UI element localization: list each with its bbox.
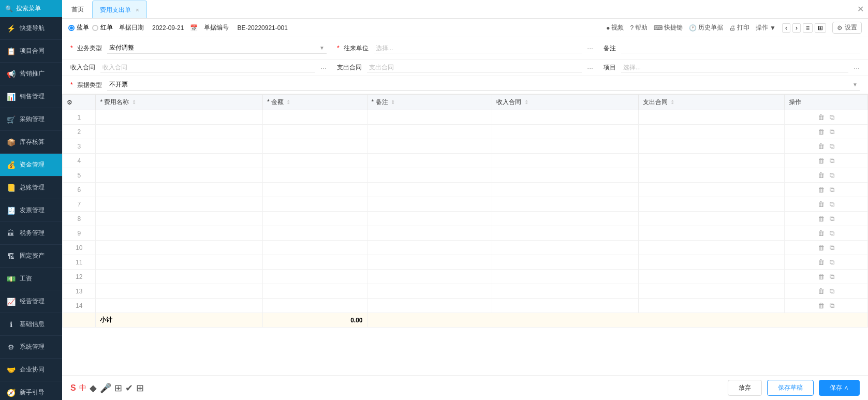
row-5-income[interactable]: [492, 168, 638, 183]
row-11-delete-btn[interactable]: 🗑: [818, 258, 825, 266]
sidebar-item-ops-mgmt[interactable]: 📈经营管理: [0, 290, 62, 313]
row-12-income[interactable]: [492, 270, 638, 284]
row-11-amount[interactable]: [262, 255, 367, 270]
row-8-name[interactable]: [96, 212, 262, 226]
row-14-amount[interactable]: [262, 299, 367, 313]
input-amount-13[interactable]: [263, 287, 367, 296]
input-name-2[interactable]: [96, 127, 262, 137]
input-name-4[interactable]: [96, 156, 262, 166]
grid-view-btn[interactable]: ⊞: [815, 23, 826, 33]
input-expense-contract-1[interactable]: [639, 113, 784, 122]
income-contract-more-btn[interactable]: ···: [320, 64, 327, 72]
input-note-13[interactable]: [367, 287, 492, 296]
input-income-5[interactable]: [492, 171, 638, 180]
tab-close-btn[interactable]: ×: [136, 7, 139, 13]
row-13-expense[interactable]: [638, 284, 784, 299]
input-expense-contract-13[interactable]: [639, 287, 784, 296]
sidebar-item-payroll[interactable]: 💵工资: [0, 268, 62, 290]
input-income-14[interactable]: [492, 301, 638, 310]
row-10-copy-btn[interactable]: ⧉: [830, 244, 834, 251]
radio-red[interactable]: 红单: [92, 23, 113, 32]
row-12-copy-btn[interactable]: ⧉: [830, 273, 834, 280]
row-13-income[interactable]: [492, 284, 638, 299]
row-11-name[interactable]: [96, 255, 262, 270]
sort-expense[interactable]: ⇕: [670, 99, 674, 105]
row-8-note[interactable]: [367, 212, 492, 226]
input-name-9[interactable]: [96, 229, 262, 238]
row-3-amount[interactable]: [262, 139, 367, 154]
input-amount-1[interactable]: [263, 113, 367, 122]
sort-income[interactable]: ⇕: [524, 99, 528, 105]
row-12-amount[interactable]: [262, 270, 367, 284]
input-name-3[interactable]: [96, 142, 262, 151]
sidebar-item-tax-mgmt[interactable]: 🏛税务管理: [0, 222, 62, 245]
input-note-10[interactable]: [367, 243, 492, 253]
row-9-name[interactable]: [96, 226, 262, 241]
input-expense-contract-14[interactable]: [639, 301, 784, 310]
list-view-btn[interactable]: ≡: [803, 23, 813, 33]
note-input[interactable]: [621, 43, 860, 53]
input-note-3[interactable]: [367, 142, 492, 151]
row-5-delete-btn[interactable]: 🗑: [818, 171, 825, 179]
row-7-copy-btn[interactable]: ⧉: [830, 200, 834, 208]
window-close-btn[interactable]: ✕: [857, 4, 864, 14]
input-amount-12[interactable]: [263, 272, 367, 282]
input-name-1[interactable]: [96, 113, 262, 122]
row-14-delete-btn[interactable]: 🗑: [818, 302, 825, 309]
input-expense-contract-10[interactable]: [639, 243, 784, 253]
input-name-14[interactable]: [96, 301, 262, 310]
history-btn[interactable]: 🕐 历史单据: [689, 23, 723, 32]
row-2-income[interactable]: [492, 125, 638, 139]
input-name-10[interactable]: [96, 243, 262, 253]
input-name-8[interactable]: [96, 214, 262, 224]
footer-zhong-icon[interactable]: 中: [79, 383, 86, 393]
counterparty-more-btn[interactable]: ···: [587, 44, 593, 52]
row-6-note[interactable]: [367, 183, 492, 197]
row-1-note[interactable]: [367, 110, 492, 125]
row-5-note[interactable]: [367, 168, 492, 183]
sidebar-item-project-contract[interactable]: 📋项目合同: [0, 40, 62, 63]
input-income-4[interactable]: [492, 156, 638, 166]
row-6-name[interactable]: [96, 183, 262, 197]
row-3-delete-btn[interactable]: 🗑: [818, 142, 825, 150]
row-13-name[interactable]: [96, 284, 262, 299]
row-9-copy-btn[interactable]: ⧉: [830, 229, 834, 237]
sort-expense-name[interactable]: ⇕: [132, 99, 136, 105]
sort-note[interactable]: ⇕: [391, 99, 395, 105]
project-input[interactable]: [621, 63, 848, 72]
expense-contract-input[interactable]: [367, 63, 582, 72]
row-9-note[interactable]: [367, 226, 492, 241]
row-7-note[interactable]: [367, 197, 492, 212]
row-5-expense[interactable]: [638, 168, 784, 183]
row-14-note[interactable]: [367, 299, 492, 313]
input-amount-7[interactable]: [263, 200, 367, 209]
input-amount-6[interactable]: [263, 185, 367, 195]
row-6-delete-btn[interactable]: 🗑: [818, 186, 825, 194]
row-7-delete-btn[interactable]: 🗑: [818, 200, 825, 208]
row-7-name[interactable]: [96, 197, 262, 212]
row-6-copy-btn[interactable]: ⧉: [830, 186, 834, 194]
input-expense-contract-4[interactable]: [639, 156, 784, 166]
row-11-note[interactable]: [367, 255, 492, 270]
row-13-amount[interactable]: [262, 284, 367, 299]
row-7-amount[interactable]: [262, 197, 367, 212]
input-name-11[interactable]: [96, 258, 262, 267]
row-4-note[interactable]: [367, 154, 492, 168]
input-income-9[interactable]: [492, 229, 638, 238]
row-2-name[interactable]: [96, 125, 262, 139]
sidebar-search-btn[interactable]: 🔍 搜索菜单: [0, 0, 62, 17]
row-10-note[interactable]: [367, 241, 492, 255]
row-2-copy-btn[interactable]: ⧉: [830, 128, 834, 136]
input-note-7[interactable]: [367, 200, 492, 209]
row-6-amount[interactable]: [262, 183, 367, 197]
row-3-expense[interactable]: [638, 139, 784, 154]
input-note-1[interactable]: [367, 113, 492, 122]
row-5-copy-btn[interactable]: ⧉: [830, 171, 834, 179]
tab-home[interactable]: 首页: [64, 1, 91, 18]
sidebar-item-invoice-mgmt[interactable]: 🧾发票管理: [0, 199, 62, 222]
input-income-3[interactable]: [492, 142, 638, 151]
sidebar-item-account-mgmt[interactable]: 📒总账管理: [0, 176, 62, 199]
row-1-amount[interactable]: [262, 110, 367, 125]
footer-s-icon[interactable]: S: [70, 383, 76, 393]
row-7-expense[interactable]: [638, 197, 784, 212]
